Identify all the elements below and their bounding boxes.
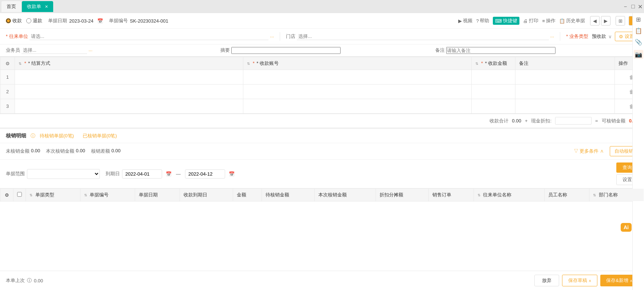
store-input[interactable]	[297, 33, 549, 40]
vth-dept: ⇅ 部门名称	[589, 189, 644, 201]
history-btn[interactable]: 📋 历史单据	[559, 17, 585, 24]
grid-view-btn[interactable]: ⊞	[616, 16, 625, 26]
cell-settle-1[interactable]	[15, 70, 243, 85]
tab-receipt[interactable]: 收款单 ✕	[22, 1, 53, 12]
due-date-end-input[interactable]	[185, 169, 225, 179]
diff-label: 核销差额	[91, 148, 110, 154]
discount-input[interactable]	[555, 117, 592, 125]
select-all-checkbox[interactable]	[17, 192, 22, 197]
tab-receipt-close[interactable]: ✕	[45, 4, 48, 9]
end-cal-icon[interactable]: 📅	[229, 171, 235, 177]
prev-btn[interactable]: ◀	[590, 16, 600, 26]
business-type-chevron[interactable]: ∨	[608, 34, 612, 39]
vth-settings[interactable]: ⚙	[0, 189, 13, 201]
cell-account-3[interactable]	[243, 99, 472, 114]
ai-badge[interactable]: Ai	[621, 223, 632, 232]
cell-remark-1[interactable]	[515, 70, 615, 85]
shortcut-btn[interactable]: ⌨ 快捷键	[493, 17, 519, 25]
cell-remark-2[interactable]	[515, 85, 615, 99]
verify-table: ⚙ ⇅ 单据类型 ⇅ 单据编号 单据日期	[0, 188, 644, 201]
tab-pending[interactable]: 待核销单据(0笔)	[40, 133, 74, 139]
cell-account-1[interactable]	[243, 70, 472, 85]
tab-done[interactable]: 已核销单据(0笔)	[83, 133, 117, 139]
sidebar-doc-icon[interactable]: 📋	[635, 27, 642, 34]
divider2	[560, 32, 560, 41]
current-label: 本次核销金额	[46, 148, 74, 154]
date-separator: —	[176, 171, 181, 177]
vth-checkbox[interactable]	[13, 189, 26, 201]
start-cal-icon[interactable]: 📅	[166, 171, 172, 177]
save-draft-label: 保存草稿	[568, 277, 587, 284]
vth-discount: 折扣分摊额	[376, 189, 428, 201]
staff-more-icon[interactable]: ···	[89, 48, 93, 53]
vth-staff: 员工名称	[544, 189, 589, 201]
staff-input[interactable]	[21, 47, 87, 54]
more-filters-btn[interactable]: ▽ 更多条件 ∧	[574, 148, 604, 154]
video-btn[interactable]: ▶ 视频	[458, 17, 472, 24]
counterpart-input[interactable]	[30, 33, 269, 40]
row-num-3: 3	[0, 99, 15, 114]
minimize-btn[interactable]: －	[623, 3, 628, 11]
window-controls: － □ ✕	[623, 3, 643, 11]
cell-amount-1[interactable]	[472, 70, 515, 85]
cell-settle-2[interactable]	[15, 85, 243, 99]
business-type-label: * 业务类型	[566, 33, 588, 40]
cell-amount-2[interactable]	[472, 85, 515, 99]
print-btn[interactable]: 🖨 打印	[523, 17, 538, 24]
radio-refund-input[interactable]	[26, 18, 31, 23]
business-type-field: * 业务类型 预收款 ∨	[566, 33, 612, 40]
next-btn[interactable]: ▶	[601, 16, 610, 26]
counterpart-more-icon[interactable]: ···	[270, 34, 274, 39]
th-account: ⇅ * * 收款账号	[243, 57, 472, 70]
operation-label: 操作	[546, 17, 555, 24]
store-label: 门店	[286, 33, 295, 40]
prev-info-icon[interactable]: ⓘ	[27, 277, 32, 284]
radio-refund[interactable]: 退款	[26, 17, 42, 24]
current-value: 0.00	[76, 148, 85, 154]
tab-pending-count: 0笔	[65, 133, 72, 138]
calendar-icon[interactable]: 📅	[97, 18, 103, 24]
table-settings-icon[interactable]: ⚙	[0, 57, 15, 70]
sidebar-attach-icon[interactable]: 📎	[635, 39, 642, 46]
cell-settle-3[interactable]	[15, 99, 243, 114]
business-type-select-wrapper: 预收款 ∨	[590, 33, 612, 40]
close-btn[interactable]: ✕	[638, 3, 643, 10]
range-select[interactable]	[27, 169, 100, 179]
header-row: 收款 退款 单据日期 2023-03-24 📅 单据编号 SK-20230324…	[0, 13, 644, 29]
store-more-icon[interactable]: ···	[550, 34, 554, 39]
nav-btns: ◀ ▶	[590, 16, 610, 26]
radio-receipt[interactable]: 收款	[6, 17, 22, 24]
verify-table-header: ⚙ ⇅ 单据类型 ⇅ 单据编号 单据日期	[0, 189, 644, 201]
due-date-start-input[interactable]	[122, 169, 162, 179]
cell-remark-3[interactable]	[515, 99, 615, 114]
sidebar-table-icon[interactable]: ⊞	[636, 16, 641, 23]
form-fields-row2: 业务员 ··· 摘要 备注	[0, 44, 644, 56]
radio-receipt-input[interactable]	[6, 18, 11, 23]
summary-input[interactable]	[231, 47, 341, 54]
vth-pending-amount: 待核销金额	[262, 189, 315, 201]
cell-account-2[interactable]	[243, 85, 472, 99]
date-value[interactable]: 2023-03-24	[69, 18, 94, 24]
abandon-btn[interactable]: 放弃	[534, 275, 559, 286]
sidebar-photo-icon[interactable]: 📷	[634, 50, 643, 59]
help-btn[interactable]: ? 帮助	[476, 17, 489, 24]
receipt-table-container: ⚙ ⇅ * * 结算方式 ⇅ * * 收款账号 ⇅	[0, 57, 644, 114]
verify-info-icon[interactable]: ⓘ	[31, 133, 35, 139]
remark-input[interactable]	[446, 47, 555, 54]
bottom-left-info: 本单上次 ⓘ 0.00	[6, 277, 43, 284]
prev-value: 0.00	[34, 278, 43, 283]
summary-label: 摘要	[220, 47, 230, 54]
operation-btn[interactable]: ≡ 操作	[542, 17, 555, 24]
video-label: 视频	[463, 17, 472, 24]
maximize-btn[interactable]: □	[631, 3, 635, 10]
tab-home[interactable]: 首页	[1, 1, 21, 12]
row-num-2: 2	[0, 85, 15, 99]
bottom-bar: 本单上次 ⓘ 0.00 放弃 保存草稿 ∧ 保存&新增 ∧	[0, 271, 644, 290]
vth-due-date: 收款到期日	[180, 189, 233, 201]
save-draft-btn[interactable]: 保存草稿 ∧	[562, 275, 597, 286]
counterpart-label: * 往来单位	[6, 33, 28, 40]
cell-amount-3[interactable]	[472, 99, 515, 114]
tab-done-label: 已核销单据(	[83, 133, 108, 138]
equals-sign: =	[595, 118, 598, 124]
verify-header: 核销明细 ⓘ 待核销单据(0笔) 已核销单据(0笔)	[0, 129, 644, 143]
